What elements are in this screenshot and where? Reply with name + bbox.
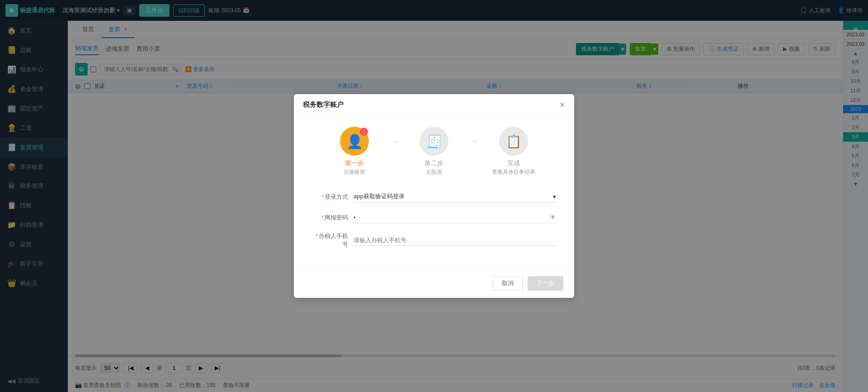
modal-title: 税务数字账户 xyxy=(303,100,344,109)
modal-body: 👤 ! 第一步 完善账密 → 🧾 第二步 去取票 → xyxy=(294,116,574,268)
password-eye-icon[interactable]: 👁 xyxy=(550,214,556,221)
password-label: 网报密码 xyxy=(312,214,348,222)
step-3-title: 完成 xyxy=(507,159,520,167)
select-chevron-icon: ▾ xyxy=(553,193,556,200)
cancel-button[interactable]: 取消 xyxy=(492,276,523,291)
step-1-badge: ! xyxy=(360,128,368,136)
step-2-receipt-icon: 🧾 xyxy=(426,134,442,149)
password-input[interactable] xyxy=(354,214,550,221)
step-1-person-icon: 👤 xyxy=(346,134,363,149)
phone-label: 办税人手机号 xyxy=(312,232,348,249)
step-2-subtitle: 去取票 xyxy=(426,168,442,176)
step-2-icon-wrap: 🧾 xyxy=(420,127,448,156)
step-2-title: 第二步 xyxy=(425,159,443,167)
step-3: 📋 完成 查看具体任务结果 xyxy=(482,127,545,176)
steps-indicator: 👤 ! 第一步 完善账密 → 🧾 第二步 去取票 → xyxy=(312,127,556,176)
login-method-select[interactable]: app获取验证码登录 ▾ xyxy=(354,191,556,203)
login-method-value: app获取验证码登录 xyxy=(354,192,405,201)
next-button[interactable]: 下一步 xyxy=(528,276,563,291)
modal-overlay: 税务数字账户 ✕ 👤 ! 第一步 完善账密 → xyxy=(0,0,868,392)
step-1: 👤 ! 第一步 完善账密 xyxy=(323,127,386,176)
password-input-wrap: 👁 xyxy=(354,212,556,223)
step-3-subtitle: 查看具体任务结果 xyxy=(492,168,535,176)
password-row: 网报密码 👁 xyxy=(312,212,556,223)
login-method-label: 登录方式 xyxy=(312,193,348,201)
step-2: 🧾 第二步 去取票 xyxy=(402,127,466,176)
step-3-clipboard-icon: 📋 xyxy=(506,134,522,149)
modal-close-button[interactable]: ✕ xyxy=(559,100,565,109)
step-1-icon-wrap: 👤 ! xyxy=(340,127,369,156)
modal-footer: 取消 下一步 xyxy=(294,268,574,298)
step-1-subtitle: 完善账密 xyxy=(344,168,365,176)
tax-digital-modal: 税务数字账户 ✕ 👤 ! 第一步 完善账密 → xyxy=(294,94,574,298)
modal-header: 税务数字账户 ✕ xyxy=(294,94,574,116)
step-3-icon-wrap: 📋 xyxy=(499,127,528,156)
phone-input-wrap xyxy=(354,235,556,246)
login-method-row: 登录方式 app获取验证码登录 ▾ xyxy=(312,191,556,203)
step-arrow-1: → xyxy=(386,136,402,146)
step-arrow-2: → xyxy=(466,136,482,146)
phone-row: 办税人手机号 xyxy=(312,232,556,249)
step-1-title: 第一步 xyxy=(345,159,364,167)
phone-input[interactable] xyxy=(354,237,556,244)
